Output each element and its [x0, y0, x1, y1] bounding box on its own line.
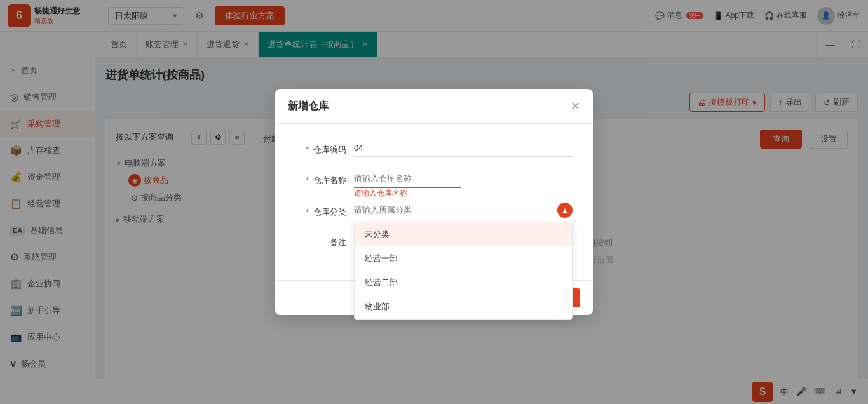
modal-close-button[interactable]: ✕: [571, 99, 580, 113]
form-row-name: * 仓库名称 请输入仓库名称: [295, 170, 573, 199]
warehouse-name-error: 请输入仓库名称: [354, 188, 407, 199]
warehouse-code-label: * 仓库编码: [295, 139, 346, 156]
modal-title: 新增仓库: [288, 100, 329, 113]
dropdown-item-uncategorized[interactable]: 未分类: [355, 222, 572, 246]
dropdown-item-ops2[interactable]: 经营二部: [355, 271, 572, 295]
add-warehouse-modal: 新增仓库 ✕ * 仓库编码 * 仓库名称 请输入仓库名称: [275, 89, 593, 315]
modal-header: 新增仓库 ✕: [275, 89, 593, 124]
category-input[interactable]: [354, 201, 573, 219]
category-arrow-icon[interactable]: ▲: [557, 203, 573, 218]
dropdown-item-ops1[interactable]: 经营一部: [355, 246, 572, 271]
form-row-code: * 仓库编码: [295, 139, 573, 157]
note-label: 备注: [295, 232, 346, 248]
form-row-category: * 仓库分类 ▲ 未分类 经营一部 经营二部: [295, 201, 573, 219]
required-star-category: *: [306, 207, 309, 217]
warehouse-category-label: * 仓库分类: [295, 201, 346, 218]
modal-body: * 仓库编码 * 仓库名称 请输入仓库名称 * 仓库分类: [275, 124, 593, 280]
category-dropdown: 未分类 经营一部 经营二部 物业部: [354, 222, 573, 320]
required-star-name: *: [306, 175, 309, 185]
category-select-wrapper: ▲ 未分类 经营一部 经营二部 物业部: [354, 201, 573, 219]
warehouse-name-input[interactable]: [354, 170, 461, 188]
warehouse-name-label: * 仓库名称: [295, 170, 346, 186]
required-star-code: *: [306, 145, 309, 154]
dropdown-item-property[interactable]: 物业部: [355, 295, 572, 319]
warehouse-code-input[interactable]: [354, 139, 573, 157]
